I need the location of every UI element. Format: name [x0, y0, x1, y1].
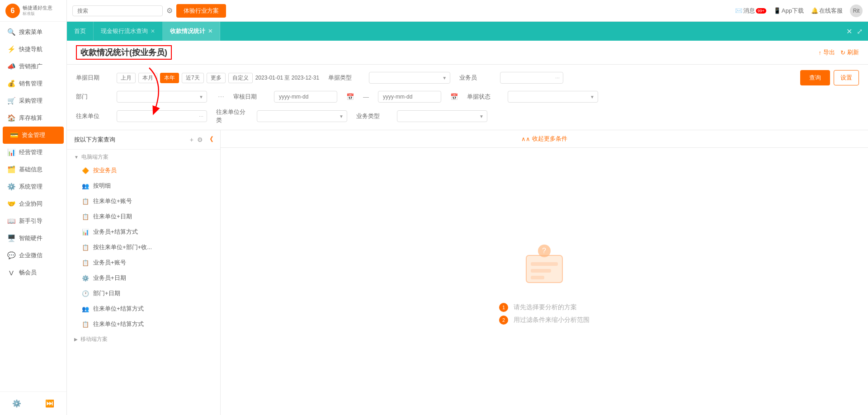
tab-maximize-icon[interactable]: ⤢ [857, 27, 863, 36]
sidebar-item-label: 快捷导航 [19, 45, 42, 53]
settings-bottom-icon[interactable]: ⚙️ [9, 396, 24, 410]
hardware-icon: 🖥️ [7, 234, 15, 242]
scheme-item-partner-dept[interactable]: 📋 按往来单位+部门+收... [74, 240, 220, 255]
date-btn-custom[interactable]: 自定义 [228, 73, 253, 83]
partner-calc2-icon: 📋 [81, 320, 90, 328]
topbar-search-input[interactable] [72, 5, 163, 16]
sidebar-item-basic[interactable]: 🗂️ 基础信息 [0, 161, 66, 178]
sidebar-item-quicknav[interactable]: ⚡ 快捷导航 [0, 41, 66, 58]
scheme-item-label: 往来单位+结算方式 [93, 305, 144, 313]
scheme-item-partner-account[interactable]: 📋 往来单位+账号 [74, 193, 220, 209]
step-1-num: 1 [499, 303, 508, 312]
tab-bank-close-icon[interactable]: ✕ [151, 28, 155, 34]
business-type-label: 业务类型 [356, 112, 388, 120]
scheme-item-label: 按业务员 [93, 166, 117, 174]
gear-scheme-btn[interactable]: ⚙ [197, 136, 203, 144]
scheme-item-partner-date[interactable]: 📋 往来单位+日期 [74, 209, 220, 224]
sidebar-item-label: 经营管理 [19, 148, 42, 156]
topbar-gear-icon[interactable]: ⚙ [166, 6, 173, 15]
app-download-area[interactable]: 📱 App下载 [774, 7, 804, 15]
svg-rect-3 [531, 276, 544, 279]
chevron-down-pc-icon: ▼ [74, 155, 79, 160]
scheme-item-salesperson-calc[interactable]: 📊 业务员+结算方式 [74, 224, 220, 240]
sidebar-item-inventory[interactable]: 🏠 库存核算 [0, 109, 66, 127]
wechat-icon: 💬 [7, 251, 15, 259]
salesperson-select[interactable] [500, 72, 563, 84]
refresh-btn[interactable]: ↻ 刷新 [840, 48, 859, 57]
sidebar-nav: 🔍 搜索菜单 ⚡ 快捷导航 📣 营销推广 💰 销售管理 🛒 采购管理 🏠 库存核… [0, 22, 66, 391]
calendar-to-icon[interactable]: 📅 [450, 93, 458, 100]
basic-icon: 🗂️ [7, 165, 15, 174]
mobile-group-label[interactable]: ▶ 移动端方案 [67, 332, 220, 345]
date-btn-last-month[interactable]: 上月 [117, 73, 136, 83]
scheme-item-by-detail[interactable]: 👥 按明细 [74, 178, 220, 193]
partner-select[interactable] [117, 110, 207, 122]
collapse-panel-btn[interactable]: 《 [207, 136, 213, 144]
online-service-area[interactable]: 🔔 在线客服 [811, 7, 843, 15]
query-btn[interactable]: 查询 [800, 70, 830, 85]
expand-bottom-icon[interactable]: ⏭️ [42, 396, 57, 410]
marketing-icon: 📣 [7, 62, 15, 71]
pc-group-label[interactable]: ▼ 电脑端方案 [67, 150, 220, 163]
empty-step-1: 1 请先选择要分析的方案 [499, 301, 590, 313]
date-btn-7days[interactable]: 近7天 [182, 73, 204, 83]
sidebar-item-guide[interactable]: 📖 新手引导 [0, 212, 66, 230]
sidebar-item-search[interactable]: 🔍 搜索菜单 [0, 24, 66, 41]
dept-more-icon[interactable]: ⋯ [218, 93, 224, 100]
partner-category-select[interactable] [257, 110, 347, 122]
sidebar-item-system[interactable]: ⚙️ 系统管理 [0, 178, 66, 195]
scheme-item-by-salesperson[interactable]: 🔶 按业务员 [74, 163, 220, 178]
right-area: ∧∧ 收起更多条件 ? [221, 130, 868, 415]
scheme-item-salesperson-date[interactable]: ⚙️ 业务员+日期 [74, 270, 220, 286]
tab-bank[interactable]: 现金银行流水查询 ✕ [94, 22, 163, 41]
enterprise-icon: 🤝 [7, 200, 15, 208]
date-btn-this-year[interactable]: 本年 [160, 73, 179, 83]
settings-btn[interactable]: 设置 [834, 70, 859, 85]
sidebar-item-purchase[interactable]: 🛒 采购管理 [0, 92, 66, 109]
scheme-item-partner-calc2[interactable]: 📋 往来单位+结算方式 [74, 316, 220, 332]
filter-actions: 查询 设置 [800, 70, 859, 85]
sidebar-item-hardware[interactable]: 🖥️ 智能硬件 [0, 230, 66, 247]
app-download-label: App下载 [782, 7, 804, 15]
date-btn-this-month[interactable]: 本月 [138, 73, 157, 83]
step-2-text: 用过滤条件来缩小分析范围 [514, 316, 590, 323]
sidebar-item-finance[interactable]: 💳 资金管理 [3, 127, 64, 144]
user-avatar[interactable]: Rit [850, 5, 863, 17]
sidebar-item-marketing[interactable]: 📣 营销推广 [0, 58, 66, 75]
sidebar-item-label: 营销推广 [19, 62, 42, 71]
tab-collection[interactable]: 收款情况统计 ✕ [163, 22, 220, 41]
scheme-item-partner-calc1[interactable]: 👥 往来单位+结算方式 [74, 301, 220, 316]
partner-select-wrapper: ⋯ [117, 110, 207, 122]
sidebar-item-label: 资金管理 [22, 131, 45, 139]
sidebar-item-vip[interactable]: V 畅会员 [0, 264, 66, 281]
collapse-conditions-btn[interactable]: ∧∧ 收起更多条件 [521, 135, 567, 143]
sidebar-bottom: ⚙️ ⏭️ [0, 391, 66, 415]
sidebar-item-enterprise[interactable]: 🤝 企业协同 [0, 195, 66, 212]
sidebar-item-operation[interactable]: 📊 经营管理 [0, 144, 66, 161]
add-scheme-btn[interactable]: + [190, 136, 193, 144]
sidebar-item-wechat[interactable]: 💬 企业微信 [0, 247, 66, 264]
quicknav-icon: ⚡ [7, 45, 15, 53]
tab-collection-close-icon[interactable]: ✕ [208, 28, 212, 34]
export-btn[interactable]: ↑ 导出 [819, 48, 835, 57]
business-type-select[interactable] [397, 110, 487, 122]
messages-area[interactable]: ✉️ 消息 99+ [735, 7, 766, 15]
logo-area: 6 畅捷通好生意 标准版 [0, 0, 66, 22]
scheme-item-dept-date[interactable]: 🕐 部门+日期 [74, 286, 220, 301]
scheme-item-salesperson-account[interactable]: 📋 业务员+账号 [74, 255, 220, 270]
voucher-type-select[interactable] [369, 72, 450, 84]
date-btn-more[interactable]: 更多 [207, 73, 226, 83]
calendar-from-icon[interactable]: 📅 [346, 93, 354, 100]
tab-close-window-icon[interactable]: ✕ [846, 27, 852, 36]
trial-btn[interactable]: 体验行业方案 [176, 4, 226, 18]
tab-home[interactable]: 首页 [67, 22, 94, 41]
voucher-status-select[interactable] [508, 91, 598, 103]
review-date-from-input[interactable] [274, 91, 337, 103]
voucher-type-label: 单据类型 [328, 74, 360, 82]
dept-select[interactable] [117, 91, 207, 103]
sidebar-item-label: 搜索菜单 [19, 28, 42, 36]
sidebar-item-sales[interactable]: 💰 销售管理 [0, 75, 66, 92]
business-type-select-wrapper: ▼ [397, 110, 487, 122]
review-date-to-input[interactable] [378, 91, 441, 103]
empty-step-2: 2 用过滤条件来缩小分析范围 [499, 313, 590, 326]
